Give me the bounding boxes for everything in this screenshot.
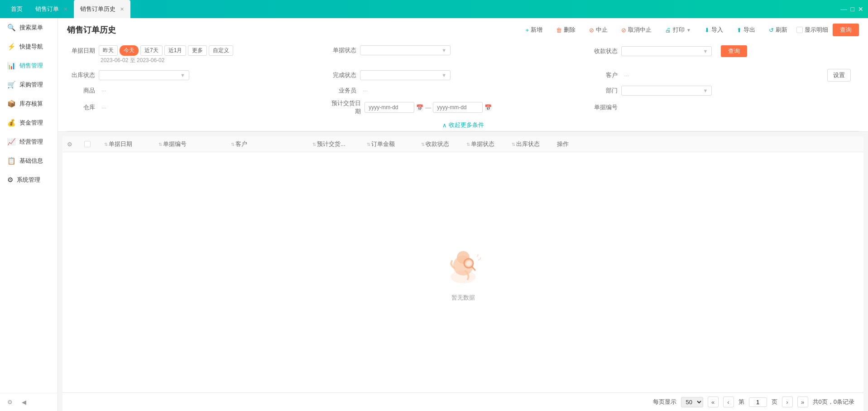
sidebar-item-inventory[interactable]: 📦 库存核算 (0, 94, 58, 113)
warehouse-select-dots[interactable]: ··· (99, 102, 109, 113)
sidebar-collapse-icon[interactable]: ◀ (22, 399, 26, 406)
sidebar-item-quicknav[interactable]: ⚡ 快捷导航 (0, 37, 58, 56)
col-header-customer[interactable]: ⇅ 客户 (228, 140, 310, 148)
import-button[interactable]: ⬇ 导入 (700, 24, 728, 36)
refresh-button[interactable]: ↺ 刷新 (764, 24, 792, 36)
page-size-select[interactable]: 50 (681, 397, 703, 407)
delivery-date-end[interactable] (433, 102, 483, 113)
calendar-end-icon[interactable]: 📅 (484, 104, 492, 111)
print-button[interactable]: 🖨 打印 ▼ (661, 24, 695, 36)
tab-sales-history[interactable]: 销售订单历史 ✕ (74, 0, 130, 18)
collapse-more-btn[interactable]: ∧ 收起更多条件 (67, 118, 859, 131)
refresh-icon: ↺ (769, 27, 774, 34)
calendar-start-icon[interactable]: 📅 (416, 104, 423, 111)
search-icon: 🔍 (7, 24, 16, 32)
col-header-outstatus[interactable]: ⇅ 出库状态 (509, 140, 554, 148)
salesperson-select-dots[interactable]: ··· (360, 85, 370, 96)
page-number-input[interactable] (749, 397, 767, 407)
bill-status-select[interactable]: ▼ (360, 45, 451, 55)
page-size-label: 每页显示 (653, 398, 676, 406)
add-icon: + (526, 27, 529, 34)
col-header-delivery[interactable]: ⇅ 预计交货... (310, 140, 364, 148)
col-header-amount[interactable]: ⇅ 订单金额 (364, 140, 418, 148)
page-title: 销售订单历史 (67, 24, 116, 35)
stop-button[interactable]: ⊘ 中止 (585, 24, 612, 36)
col-delivery-label: 预计交货... (317, 140, 345, 148)
sidebar-item-finance[interactable]: 💰 资金管理 (0, 113, 58, 132)
col-outstatus-label: 出库状态 (516, 140, 540, 148)
add-button[interactable]: + 新增 (521, 24, 547, 36)
sort-icon-customer: ⇅ (231, 142, 235, 147)
out-status-select[interactable]: ▼ (99, 70, 189, 80)
date-1month[interactable]: 近1月 (164, 45, 187, 56)
show-detail-label: 显示明细 (805, 26, 828, 34)
sidebar-settings-icon[interactable]: ⚙ (7, 399, 13, 406)
sidebar-item-search[interactable]: 🔍 搜索菜单 (0, 18, 58, 37)
delete-button[interactable]: 🗑 删除 (551, 24, 580, 36)
tab-sales-order[interactable]: 销售订单 ✕ (29, 0, 74, 18)
col-header-receiptstatus[interactable]: ⇅ 收款状态 (418, 140, 464, 148)
col-header-date[interactable]: ⇅ 单据日期 (101, 140, 156, 148)
content-area: 销售订单历史 + 新增 🗑 删除 ⊘ 中止 ⊘ (58, 18, 868, 411)
import-label: 导入 (711, 26, 723, 34)
maximize-icon[interactable]: □ (851, 5, 854, 13)
tab-sales-order-close[interactable]: ✕ (63, 6, 67, 12)
svg-point-5 (466, 261, 471, 266)
date-custom[interactable]: 自定义 (209, 45, 233, 56)
query-button[interactable]: 查询 (833, 24, 859, 36)
sidebar-item-system[interactable]: ⚙ 系统管理 (0, 170, 58, 189)
close-icon[interactable]: ✕ (858, 5, 863, 13)
delivery-date-start[interactable] (364, 102, 414, 113)
export-button[interactable]: ⬆ 导出 (732, 24, 760, 36)
department-select[interactable]: ▼ (621, 86, 712, 96)
prev-page-button[interactable]: ‹ (723, 396, 734, 407)
table-body-empty: 暂无数据 (62, 152, 863, 392)
checkbox-all[interactable] (84, 141, 91, 147)
receipt-status-select[interactable]: ▼ (621, 46, 712, 56)
sort-icon-outstatus: ⇅ (512, 142, 515, 147)
table-header: ⚙ ⇅ 单据日期 ⇅ 单据编号 ⇅ 客户 (62, 136, 863, 152)
tab-sales-history-close[interactable]: ✕ (120, 6, 124, 12)
col-action-label: 操作 (557, 140, 569, 148)
gear-icon: ⚙ (67, 141, 72, 148)
date-yesterday[interactable]: 昨天 (99, 45, 118, 56)
query-button-2[interactable]: 查询 (721, 45, 747, 57)
stop-icon: ⊘ (589, 27, 594, 34)
sidebar-item-basic-info[interactable]: 📋 基础信息 (0, 151, 58, 170)
table-settings-icon[interactable]: ⚙ (67, 141, 82, 148)
sidebar: 🔍 搜索菜单 ⚡ 快捷导航 📊 销售管理 🛒 采购管理 📦 库存核算 💰 资金管… (0, 18, 58, 411)
tab-home[interactable]: 首页 (5, 0, 29, 18)
sidebar-item-operations[interactable]: 📈 经营管理 (0, 132, 58, 151)
next-page-button[interactable]: › (782, 396, 793, 407)
customer-select-dots[interactable]: ··· (621, 70, 632, 81)
first-page-button[interactable]: « (708, 396, 719, 407)
col-header-orderstatus[interactable]: ⇅ 单据状态 (464, 140, 509, 148)
page-header: 销售订单历史 + 新增 🗑 删除 ⊘ 中止 ⊘ (58, 18, 868, 132)
date-today[interactable]: 今天 (120, 45, 139, 56)
complete-status-select[interactable]: ▼ (360, 70, 451, 80)
select-all-checkbox[interactable] (84, 141, 99, 147)
col-header-action: 操作 (554, 140, 859, 148)
date-more[interactable]: 更多 (188, 45, 207, 56)
col-receiptstatus-label: 收款状态 (426, 140, 449, 148)
export-icon: ⬆ (737, 27, 742, 34)
goods-select-dots[interactable]: ··· (99, 85, 109, 96)
sidebar-item-sales[interactable]: 📊 销售管理 (0, 56, 58, 75)
empty-state: 暂无数据 (441, 243, 486, 302)
out-status-label: 出库状态 (67, 71, 99, 79)
last-page-button[interactable]: » (797, 396, 808, 407)
window-controls: — □ ✕ (841, 5, 863, 13)
show-detail-checkbox[interactable] (796, 27, 803, 33)
import-icon: ⬇ (705, 27, 710, 34)
sort-icon-orderstatus: ⇅ (466, 142, 470, 147)
sort-icon-amount: ⇅ (367, 142, 370, 147)
sidebar-item-purchase[interactable]: 🛒 采购管理 (0, 75, 58, 94)
bill-status-arrow-icon: ▼ (441, 48, 446, 53)
delivery-date-label: 预计交货日期 (328, 99, 364, 116)
col-header-num[interactable]: ⇅ 单据编号 (156, 140, 228, 148)
cancel-stop-button[interactable]: ⊘ 取消中止 (617, 24, 656, 36)
query-label-2: 查询 (728, 47, 740, 55)
minimize-icon[interactable]: — (841, 5, 847, 13)
settings-button[interactable]: 设置 (827, 69, 851, 82)
date-7days[interactable]: 近7天 (140, 45, 163, 56)
